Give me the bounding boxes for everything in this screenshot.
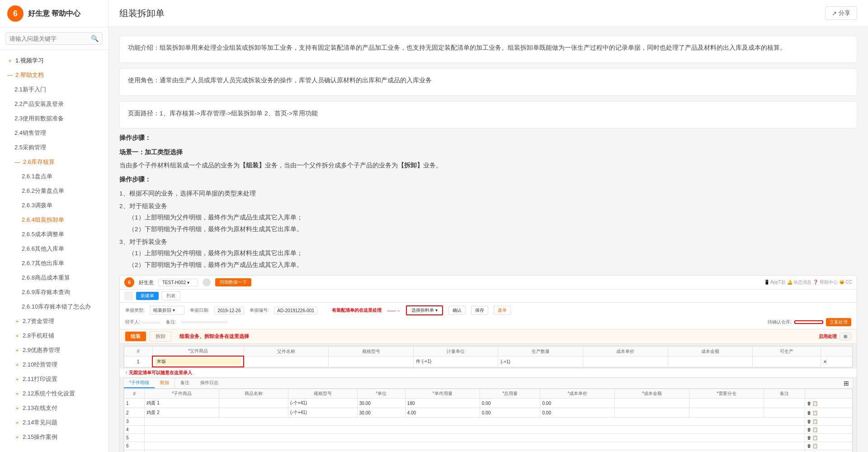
plus-icon: ＋ — [14, 361, 20, 369]
step-3-sub: （1）上部明细为父件明细，最终作为原材料生成其它出库单； （2）下部明细为子件明… — [119, 248, 857, 271]
upper-table-area: # *父件商品 父件名称 规格型号 计量单位 生产数量 成本单价 成本金额 可生… — [123, 346, 853, 368]
sidebar-item-docs[interactable]: — 2.帮助文档 — [0, 68, 108, 82]
label-warehouse: 备注: — [166, 319, 176, 325]
disassembly-tab[interactable]: 拆卸 — [150, 331, 171, 342]
upper-table-head: # *父件商品 父件名称 规格型号 计量单位 生产数量 成本单价 成本金额 可生… — [124, 347, 853, 357]
sidebar-item-goods-cost[interactable]: 2.6.8商品成本重算 — [0, 271, 108, 285]
app-company-selector[interactable]: TEST-H002 ▾ — [158, 279, 198, 286]
ltd-goods-1[interactable]: 鸡蛋 1 — [145, 399, 219, 408]
lth-cost-unit: *成本单价 — [540, 389, 615, 399]
table-row: 3 🗑 📋 — [124, 418, 853, 426]
sub-tab-apply[interactable]: 附加 — [155, 378, 175, 388]
sidebar-item-other-out[interactable]: 2.6.7其他出库单 — [0, 256, 108, 271]
app-menu-icon[interactable] — [124, 291, 133, 300]
sidebar-item-adjust[interactable]: 2.6.3调拨单 — [0, 198, 108, 213]
annot-has-config: 有装配清单的在这里处理 — [332, 307, 382, 314]
td-goods-1[interactable]: 米饭 — [152, 356, 244, 367]
ltd-act-7[interactable]: 🗑 📋 — [805, 450, 852, 452]
sidebar-item-cost-adjust[interactable]: 2.6.5成本调整单 — [0, 227, 108, 242]
ltd-act-6[interactable]: 🗑 📋 — [805, 442, 852, 450]
ltd-act-3[interactable]: 🗑 📋 — [805, 418, 852, 426]
label-date: 单据日期: — [190, 307, 209, 314]
sidebar-item-newcomer[interactable]: 2.1新手入门 — [0, 82, 108, 97]
th-total-cost: 成本金额 — [668, 347, 753, 357]
sub-tab-detail[interactable]: *子件明细 — [124, 378, 155, 388]
warehouse-confirm-area: 待确认仓库: 立案处理 — [768, 318, 851, 326]
ltd-goods-2[interactable]: 鸡蛋 2 — [145, 408, 219, 418]
sidebar-item-print[interactable]: ＋ 2.11打印设置 — [0, 372, 108, 386]
upper-table-header-row: # *父件商品 父件名称 规格型号 计量单位 生产数量 成本单价 成本金额 可生… — [124, 347, 853, 357]
ltd-name-2 — [219, 408, 288, 418]
batch-icon[interactable]: ⊞ — [840, 333, 851, 340]
sidebar-item-sales[interactable]: 2.4销售管理 — [0, 126, 108, 140]
sidebar-header: 6 好生意 帮助中心 — [0, 0, 108, 28]
sidebar-item-faq[interactable]: ＋ 2.14常见问题 — [0, 415, 108, 430]
expand-icon-area[interactable]: ⊞ — [840, 378, 853, 388]
td-avail-1 — [753, 356, 821, 367]
search-box: 🔍 — [0, 28, 108, 50]
sidebar-item-inventory[interactable]: — 2.6库存核算 — [0, 155, 108, 169]
ltd-act-1[interactable]: 🗑 📋 — [805, 399, 852, 408]
ltd-act-2[interactable]: 🗑 📋 — [805, 408, 852, 418]
nav-tree: ＋ 1.视频学习 — 2.帮助文档 2.1新手入门 2.2产品安装及登录 2.3… — [0, 50, 108, 452]
ltd-ct-1 — [615, 399, 689, 408]
sidebar-item-partial-stock[interactable]: 2.6.2分量盘点单 — [0, 184, 108, 198]
scenario1-title: 场景一：加工类型选择 — [119, 148, 857, 157]
app-tab-list[interactable]: 列表 — [161, 291, 180, 300]
sub-tab-remark[interactable]: 备注 — [175, 378, 195, 388]
sidebar-item-mobile[interactable]: ＋ 2.8手机旺铺 — [0, 328, 108, 343]
ltd-act-5[interactable]: 🗑 📋 — [805, 434, 852, 442]
batch-area: 启用处理 ⊞ — [819, 333, 851, 340]
sidebar-item-data-prep[interactable]: 2.3使用前数据准备 — [0, 111, 108, 126]
collapse-icon: — — [7, 72, 13, 78]
apply-btn[interactable]: 立案处理 — [826, 318, 851, 326]
remark-input[interactable] — [181, 321, 227, 323]
sidebar-item-online-pay[interactable]: ＋ 2.13在线支付 — [0, 401, 108, 415]
app-logo-icon: 6 — [124, 277, 134, 287]
sidebar-item-purchase[interactable]: 2.5采购管理 — [0, 140, 108, 155]
sidebar-item-video[interactable]: ＋ 1.视频学习 — [0, 53, 108, 68]
docno-input[interactable]: AD-20191226-001 — [274, 307, 317, 314]
lower-tab-header: *子件明细 附加 备注 操作日志 ⊞ — [124, 378, 853, 389]
confirm-btn[interactable]: 确认 — [448, 306, 466, 315]
goods-input-1[interactable]: 米饭 — [155, 358, 241, 365]
date-input[interactable]: 2019-12-26 — [214, 307, 244, 314]
ltd-rem-1 — [764, 399, 805, 408]
select-config-btn[interactable]: 选择拆料单 ▾ — [406, 305, 443, 315]
annot-arrow1: ——→ — [387, 308, 401, 313]
ltd-act-4[interactable]: 🗑 📋 — [805, 426, 852, 434]
app-new-bill-btn[interactable]: 同期数据一下 — [215, 278, 251, 286]
sidebar-item-coupon[interactable]: ＋ 2.9优惠券管理 — [0, 343, 108, 357]
ltd-seq-6: 6 — [124, 442, 145, 450]
sidebar-item-stock-ledger[interactable]: 2.6.9库存账本查询 — [0, 285, 108, 300]
sidebar-item-cases[interactable]: ＋ 2.15操作案例 — [0, 430, 108, 444]
sidebar-item-finance[interactable]: ＋ 2.7资金管理 — [0, 314, 108, 328]
td-total-1 — [668, 356, 753, 367]
abandon-btn[interactable]: 废单 — [494, 306, 511, 315]
doctype-input[interactable]: 组装折旧 ▾ — [150, 306, 184, 315]
lower-table-head: # *子件商品 商品名称 规格型号 *单位 *单件用量 *总用量 *成本单价 *… — [124, 389, 853, 399]
warehouse-input[interactable] — [794, 320, 823, 324]
sidebar-item-other-in[interactable]: 2.6.6其他入库单 — [0, 242, 108, 256]
app-tab-active[interactable]: 新建单 — [136, 292, 159, 300]
sidebar-item-customize[interactable]: ＋ 2.12系统个性化设置 — [0, 386, 108, 401]
app-settings-icon — [203, 278, 211, 286]
search-icon[interactable]: 🔍 — [91, 35, 99, 42]
sidebar-item-stock-count[interactable]: 2.6.1盘点单 — [0, 169, 108, 184]
search-input[interactable] — [9, 35, 91, 42]
sidebar-item-install[interactable]: 2.2产品安装及登录 — [0, 97, 108, 111]
app-form-header: 单据类型: 组装折旧 ▾ 单据日期: 2019-12-26 单据编号: AD-2… — [120, 303, 857, 329]
search-wrap[interactable]: 🔍 — [5, 32, 103, 45]
sidebar-item-assembly[interactable]: 2.6.4组装拆卸单 — [0, 213, 108, 227]
sidebar-item-stock-error[interactable]: 2.6.10库存账本错了怎么办 — [0, 300, 108, 314]
assembly-tab[interactable]: 组装 — [125, 332, 146, 341]
save-btn[interactable]: 保存 — [471, 306, 488, 315]
share-button[interactable]: ↗ 分享 — [825, 6, 857, 20]
handler-input[interactable] — [142, 322, 160, 324]
lower-header-row: # *子件商品 商品名称 规格型号 *单位 *单件用量 *总用量 *成本单价 *… — [124, 389, 853, 399]
sub-tab-log[interactable]: 操作日志 — [195, 378, 224, 388]
sidebar-item-ops[interactable]: ＋ 2.10经营管理 — [0, 357, 108, 372]
plus-icon: ＋ — [14, 404, 20, 412]
ltd-wh-2 — [689, 408, 764, 418]
ltd-rem-2 — [764, 408, 805, 418]
